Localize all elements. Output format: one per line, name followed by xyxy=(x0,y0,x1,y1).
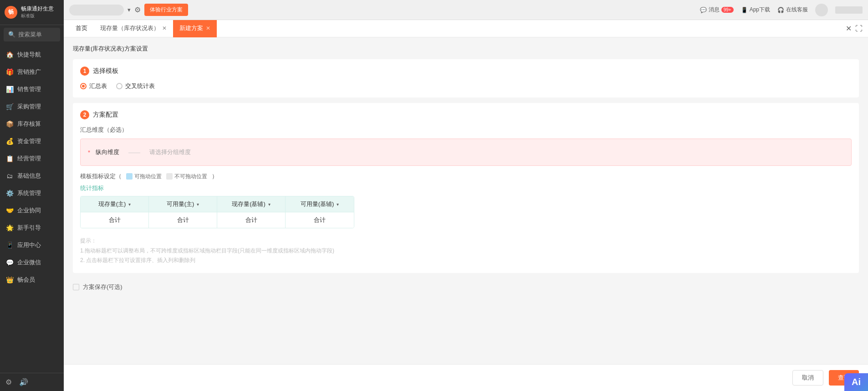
stat-table-header: 现存量(主) ▾ 可用量(主) ▾ 现存量(基辅) ▾ xyxy=(81,196,354,212)
phone-icon: 📱 xyxy=(741,7,748,13)
step2-header: 2 方案配置 xyxy=(80,110,852,119)
main-area: ▾ ⚙ 体验行业方案 💬 消息 99+ 📱 App下载 🎧 在线客服 首页 xyxy=(64,0,868,391)
clipboard-icon: 📋 xyxy=(5,155,14,162)
stat-table: 现存量(主) ▾ 可用量(主) ▾ 现存量(基辅) ▾ xyxy=(80,196,354,228)
stat-col-4-header[interactable]: 可用量(基辅) ▾ xyxy=(286,196,354,212)
expand-panel-button[interactable]: ⛶ xyxy=(855,24,863,33)
money-icon: 💰 xyxy=(5,138,14,145)
topbar-search-box xyxy=(69,5,124,15)
topbar-online-service[interactable]: 🎧 在线客服 xyxy=(777,6,808,14)
sidebar-item-operation[interactable]: 📋 经营管理 xyxy=(0,150,64,167)
radio-cross[interactable]: 交叉统计表 xyxy=(116,82,155,90)
chevron-down-icon[interactable]: ▾ xyxy=(128,202,131,207)
tabs-right-buttons: ✕ ⛶ xyxy=(846,24,863,33)
sidebar-item-member[interactable]: 👑 畅会员 xyxy=(0,271,64,288)
crown-icon: 👑 xyxy=(5,276,14,283)
dimension-placeholder: 请选择分组维度 xyxy=(149,148,191,156)
sidebar-item-cooperation[interactable]: 🤝 企业协同 xyxy=(0,202,64,219)
legend-fixed: 不可拖动位置 xyxy=(166,173,207,180)
folder-icon: 🗂 xyxy=(5,172,14,180)
step1-title: 选择模板 xyxy=(93,67,118,75)
sidebar: 畅 畅康通好生意 标准版 🔍 搜索菜单 🏠 快捷导航 🎁 营销推广 📊 销售管理… xyxy=(0,0,64,391)
page-title: 现存量(库存状况表)方案设置 xyxy=(73,45,859,53)
chevron-down-icon-3[interactable]: ▾ xyxy=(268,202,271,207)
stat-table-body: 合计 合计 合计 合计 xyxy=(81,212,354,228)
chevron-down-icon-4[interactable]: ▾ xyxy=(337,202,339,207)
template-options: 汇总表 交叉统计表 xyxy=(80,82,852,90)
tip-item-2: 2. 点击标题栏下拉可设置排序、插入列和删除列 xyxy=(80,256,852,266)
trial-button[interactable]: 体验行业方案 xyxy=(144,4,188,16)
tip-item-1: 1.拖动标题栏可以调整布局，不可跨维度或指标区域拖动栏目字段(只能在同一维度或指… xyxy=(80,246,852,256)
ai-badge[interactable]: Ai xyxy=(844,373,868,391)
stat-body-col-4: 合计 xyxy=(286,212,354,228)
legend-draggable: 可拖动位置 xyxy=(126,173,162,180)
required-mark: * xyxy=(88,149,90,156)
step2-title: 方案配置 xyxy=(93,111,118,119)
topbar-right: 💬 消息 99+ 📱 App下载 🎧 在线客服 xyxy=(700,4,863,16)
stat-title: 统计指标 xyxy=(80,184,852,192)
tab-new-scheme[interactable]: 新建方案 ✕ xyxy=(173,20,217,37)
tab-home[interactable]: 首页 xyxy=(69,20,94,37)
stat-col-1-header[interactable]: 现存量(主) ▾ xyxy=(81,196,148,212)
handshake-icon: 🤝 xyxy=(5,207,14,214)
sound-icon[interactable]: 🔊 xyxy=(19,378,28,386)
topbar-gear-icon[interactable]: ⚙ xyxy=(134,5,141,14)
dropdown-icon[interactable]: ▾ xyxy=(128,6,131,13)
sidebar-item-inventory[interactable]: 📦 库存核算 xyxy=(0,115,64,133)
sidebar-item-app-center[interactable]: 📱 应用中心 xyxy=(0,237,64,254)
cart-icon: 🛒 xyxy=(5,103,14,110)
save-option: 方案保存(可选) xyxy=(73,278,859,296)
star-icon: 🌟 xyxy=(5,224,14,232)
message-icon: 💬 xyxy=(700,7,707,13)
headphone-icon: 🎧 xyxy=(777,7,784,13)
cancel-button[interactable]: 取消 xyxy=(792,370,823,386)
stat-col-3-header[interactable]: 现存量(基辅) ▾ xyxy=(217,196,285,212)
sidebar-item-finance[interactable]: 💰 资金管理 xyxy=(0,133,64,150)
stat-body-col-1: 合计 xyxy=(81,212,149,228)
sidebar-item-basic[interactable]: 🗂 基础信息 xyxy=(0,167,64,185)
dimension-row: * 纵向维度 —— 请选择分组维度 xyxy=(88,148,844,156)
gear-icon: ⚙️ xyxy=(5,190,14,197)
sidebar-item-sales[interactable]: 📊 销售管理 xyxy=(0,81,64,98)
indicators-label-text: 模板指标设定（ xyxy=(80,172,122,180)
sidebar-item-newbie[interactable]: 🌟 新手引导 xyxy=(0,219,64,237)
tab-inventory-status[interactable]: 现存量（库存状况表） ✕ xyxy=(94,20,173,37)
sidebar-item-purchase[interactable]: 🛒 采购管理 xyxy=(0,98,64,115)
step2-badge: 2 xyxy=(80,110,89,119)
legend-suffix: ） xyxy=(212,172,218,180)
chevron-down-icon-2[interactable]: ▾ xyxy=(197,202,199,207)
sidebar-item-wechat[interactable]: 💬 企业微信 xyxy=(0,254,64,271)
sidebar-item-system[interactable]: ⚙️ 系统管理 xyxy=(0,185,64,202)
dimension-field-name: 纵向维度 xyxy=(96,148,119,156)
radio-dot-cross xyxy=(116,83,123,89)
stat-col-2: 可用量(主) ▾ xyxy=(149,196,217,212)
sidebar-item-quick-nav[interactable]: 🏠 快捷导航 xyxy=(0,46,64,63)
stat-col-1: 现存量(主) ▾ xyxy=(81,196,149,212)
step1-badge: 1 xyxy=(80,67,89,76)
search-icon: 🔍 xyxy=(8,31,15,38)
tab-close-new-scheme[interactable]: ✕ xyxy=(206,25,210,31)
save-checkbox[interactable] xyxy=(73,284,79,290)
step1-section: 1 选择模板 汇总表 交叉统计表 xyxy=(73,59,859,98)
close-panel-button[interactable]: ✕ xyxy=(846,24,852,33)
home-icon: 🏠 xyxy=(5,51,14,58)
topbar-messages[interactable]: 💬 消息 99+ xyxy=(700,6,734,14)
dimension-label: 汇总维度（必选） xyxy=(80,126,852,134)
topbar: ▾ ⚙ 体验行业方案 💬 消息 99+ 📱 App下载 🎧 在线客服 xyxy=(64,0,868,20)
indicators-label: 模板指标设定（ 可拖动位置 不可拖动位置 ） xyxy=(80,172,852,180)
settings-icon[interactable]: ⚙ xyxy=(5,378,12,386)
footer-bar: 取消 查询 xyxy=(64,364,868,391)
sidebar-search[interactable]: 🔍 搜索菜单 xyxy=(4,28,60,41)
tab-close-inventory[interactable]: ✕ xyxy=(162,25,167,31)
stat-col-3: 现存量(基辅) ▾ xyxy=(217,196,286,212)
tabs-bar: 首页 现存量（库存状况表） ✕ 新建方案 ✕ ✕ ⛶ xyxy=(64,20,868,37)
topbar-app-download[interactable]: 📱 App下载 xyxy=(741,6,770,14)
sidebar-item-marketing[interactable]: 🎁 营销推广 xyxy=(0,63,64,81)
dimension-dash: —— xyxy=(128,149,140,156)
stat-col-2-header[interactable]: 可用量(主) ▾ xyxy=(149,196,217,212)
dimension-box: * 纵向维度 —— 请选择分组维度 xyxy=(80,139,852,166)
sidebar-bottom: ⚙ 🔊 xyxy=(0,373,64,391)
draggable-box xyxy=(126,173,133,180)
user-avatar xyxy=(815,4,828,16)
radio-summary[interactable]: 汇总表 xyxy=(80,82,107,90)
